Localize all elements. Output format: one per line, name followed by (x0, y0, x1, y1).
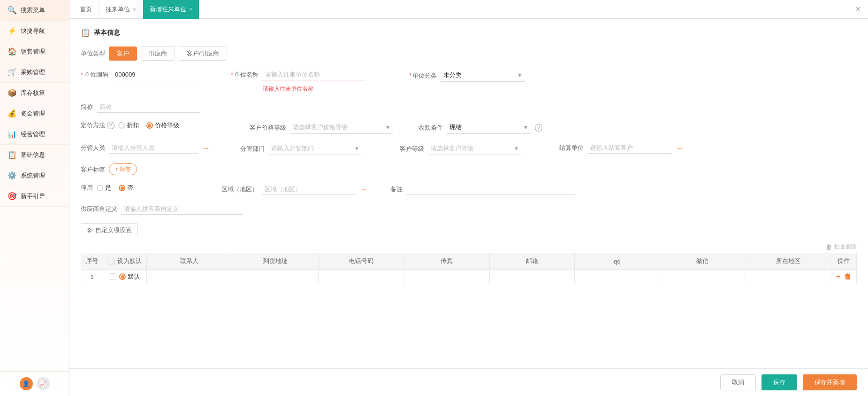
batch-delete-label[interactable]: 批量删除 (834, 243, 857, 251)
payment-terms-label: 收款条件 (419, 124, 443, 132)
tab-new-partner[interactable]: 新增往来单位 × (143, 0, 199, 19)
row-index: 1 (81, 270, 103, 284)
row-fax[interactable] (404, 270, 489, 284)
col-contact: 联系人 (147, 253, 232, 270)
department-value: 请输入分管部门 (271, 144, 352, 153)
sidebar-item-purchase[interactable]: 🛒 采购管理 (0, 62, 69, 83)
unit-name-label: *单位名称 (231, 70, 259, 79)
unit-code-input[interactable] (112, 69, 197, 80)
yes-radio[interactable] (97, 185, 103, 191)
col-address: 到货地址 (232, 253, 318, 270)
supplier-custom-row: 供应商自定义 (81, 203, 857, 215)
contact-input[interactable] (152, 273, 227, 280)
unit-btn-supplier[interactable]: 供应商 (141, 47, 175, 61)
settlement-unit-more[interactable]: ··· (676, 145, 685, 152)
remarks-input[interactable] (406, 184, 575, 195)
wechat-input[interactable] (665, 273, 740, 280)
sidebar-item-search[interactable]: 🔍 搜索菜单 (0, 0, 69, 21)
pricing-discount-option[interactable]: 折扣 (118, 121, 139, 130)
settlement-unit-input[interactable] (587, 142, 672, 154)
add-row-icon[interactable]: + (836, 272, 840, 281)
sidebar-item-sales[interactable]: 🏠 销售管理 (0, 41, 69, 62)
add-tag-button[interactable]: + 标签 (109, 163, 137, 175)
manager-input[interactable] (109, 142, 198, 154)
row-checkbox[interactable] (110, 273, 116, 280)
delete-row-icon[interactable]: 🗑 (844, 272, 852, 281)
department-chevron: ▼ (354, 146, 359, 151)
select-all-checkbox[interactable] (108, 258, 114, 264)
pricing-row: 定价方法 ? 折扣 价格等级 客户价格等级 (81, 121, 857, 134)
sidebar-item-quick-nav[interactable]: ⚡ 快捷导航 (0, 21, 69, 41)
unit-category-chevron: ▼ (517, 72, 522, 78)
tab-new-partner-close[interactable]: × (189, 6, 192, 13)
manager-more[interactable]: ··· (202, 145, 211, 152)
sidebar-bottom: 👤 📈 (0, 371, 69, 396)
price-level-radio[interactable] (146, 122, 153, 129)
address-input[interactable] (237, 273, 313, 280)
unit-category-select[interactable]: 未分类 ▼ (441, 69, 525, 82)
stats-icon[interactable]: 📈 (37, 377, 50, 390)
customer-price-level-select[interactable]: 请选择客户价格等级 ▼ (290, 121, 393, 134)
row-phone[interactable] (318, 270, 404, 284)
pricing-method-help[interactable]: ? (107, 122, 114, 129)
row-wechat[interactable] (660, 270, 745, 284)
unit-btn-both[interactable]: 客户/供应商 (179, 47, 227, 61)
tab-home[interactable]: 首页 (73, 0, 99, 19)
disabled-yes[interactable]: 是 (97, 184, 111, 192)
sidebar-item-operations[interactable]: 📊 经营管理 (0, 124, 69, 145)
custom-settings-button[interactable]: ⚙ 自定义项设置 (81, 223, 138, 237)
sidebar-item-basic[interactable]: 📋 基础信息 (0, 145, 69, 165)
qq-input[interactable] (579, 273, 655, 280)
tab-partners-close[interactable]: × (133, 6, 136, 13)
default-radio[interactable] (119, 273, 126, 280)
discount-radio[interactable] (118, 122, 125, 129)
save-button[interactable]: 保存 (761, 374, 797, 390)
short-name-input[interactable] (97, 101, 200, 113)
row-qq[interactable] (575, 270, 660, 284)
row-email[interactable] (489, 270, 575, 284)
col-qq: qq (575, 253, 660, 270)
custom-settings-icon: ⚙ (87, 227, 92, 234)
save-and-new-button[interactable]: 保存并新增 (803, 374, 857, 390)
customer-level-field: 客户等级 请选择客户等级 ▼ (400, 142, 559, 155)
pricing-level-option[interactable]: 价格等级 (146, 121, 179, 130)
close-all-tabs[interactable]: × (852, 4, 864, 14)
sidebar-item-finance[interactable]: 💰 资金管理 (0, 103, 69, 124)
phone-input[interactable] (323, 273, 399, 280)
unit-type-field: 单位类型 客户 供应商 客户/供应商 (81, 47, 362, 61)
customer-price-level-field: 客户价格等级 请选择客户价格等级 ▼ (250, 121, 419, 134)
finance-icon: 💰 (8, 109, 17, 118)
sidebar-item-system[interactable]: ⚙️ 系统管理 (0, 165, 69, 186)
cancel-button[interactable]: 取消 (720, 374, 756, 390)
tab-partners[interactable]: 往来单位 × (99, 0, 143, 19)
row-default-radio[interactable]: 默认 (119, 272, 140, 281)
manager-field: 分管人员 ··· (81, 142, 240, 154)
unit-btn-customer[interactable]: 客户 (109, 47, 137, 61)
region-input[interactable] (262, 184, 356, 195)
email-input[interactable] (495, 273, 570, 280)
col-fax: 传真 (404, 253, 489, 270)
disabled-no[interactable]: 否 (119, 184, 133, 192)
unit-type-group: 客户 供应商 客户/供应商 (109, 47, 227, 61)
row-actions: + 🗑 (831, 270, 856, 284)
fax-input[interactable] (409, 273, 485, 280)
row-address[interactable] (232, 270, 318, 284)
user-avatar[interactable]: 👤 (20, 377, 33, 390)
quick-nav-icon: ⚡ (8, 26, 17, 35)
customer-level-chevron: ▼ (514, 146, 519, 151)
location-input[interactable] (750, 273, 826, 280)
sidebar-item-inventory[interactable]: 📦 库存核算 (0, 83, 69, 103)
customer-level-select[interactable]: 请选择客户等级 ▼ (428, 142, 522, 155)
sidebar-item-guide[interactable]: 🎯 新手引导 (0, 186, 69, 207)
col-default: 设为默认 (103, 253, 147, 270)
region-more[interactable]: ··· (359, 186, 368, 193)
row-contact[interactable] (147, 270, 232, 284)
payment-terms-select[interactable]: 现结 ▼ (447, 121, 531, 134)
department-select[interactable]: 请输入分管部门 ▼ (268, 142, 362, 155)
row-location[interactable] (745, 270, 831, 284)
customer-price-level-value: 请选择客户价格等级 (293, 123, 383, 132)
payment-terms-help[interactable]: ? (535, 124, 542, 132)
no-radio[interactable] (119, 185, 125, 191)
unit-name-input[interactable] (262, 69, 365, 80)
supplier-custom-input[interactable] (121, 203, 243, 215)
